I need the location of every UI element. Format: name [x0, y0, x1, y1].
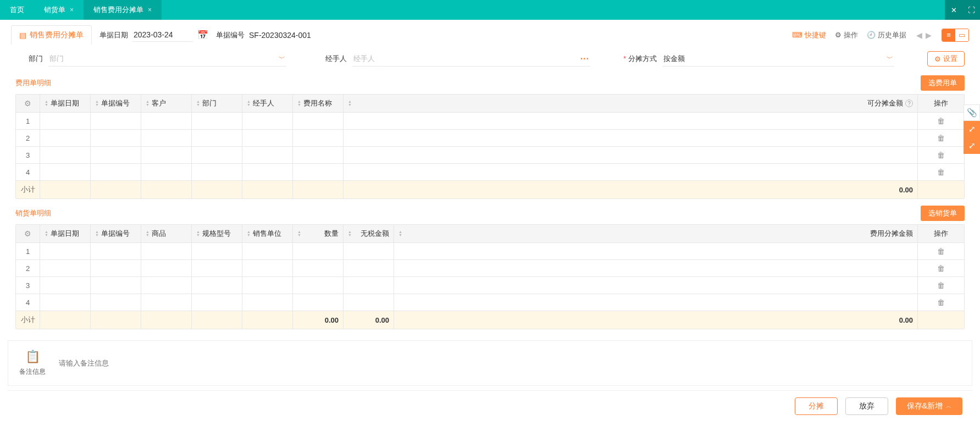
handler-select[interactable]: 经手人 ···	[352, 52, 590, 67]
gear-header[interactable]: ⚙	[16, 225, 40, 242]
tab-expense-allocation[interactable]: 销售费用分摊单 ×	[84, 0, 162, 20]
expand-button-2[interactable]: ⤢	[964, 137, 980, 154]
col-customer[interactable]: ▲▼客户	[141, 95, 192, 112]
gear-icon: ⚙	[835, 31, 841, 39]
table-row[interactable]: 3🗑	[16, 147, 964, 164]
keyboard-icon: ⌨	[792, 31, 802, 39]
notes-icon: 📋	[25, 350, 40, 364]
expand-button[interactable]: ⤢	[964, 121, 980, 137]
fullscreen-button[interactable]: ⛶	[962, 0, 980, 20]
shortcut-link[interactable]: ⌨ 快捷键	[792, 30, 826, 40]
remarks-label: 备注信息	[19, 367, 46, 377]
history-icon: 🕘	[867, 31, 876, 39]
col-amount[interactable]: ▲▼无税金额	[344, 225, 394, 242]
col-date[interactable]: ▲▼单据日期	[40, 95, 91, 112]
col-code[interactable]: ▲▼单据编号	[91, 95, 141, 112]
settings-button[interactable]: ⚙ 设置	[927, 51, 965, 67]
delete-icon[interactable]: 🗑	[937, 151, 945, 159]
select-sales-button[interactable]: 选销货单	[921, 206, 965, 221]
code-value: SF-20230324-001	[249, 31, 311, 40]
delete-icon[interactable]: 🗑	[937, 247, 945, 256]
close-icon[interactable]: ×	[70, 6, 74, 14]
tab-sales-order[interactable]: 销货单 ×	[34, 0, 84, 20]
date-input[interactable]	[132, 28, 193, 42]
sales-section-header: 销货单明细 选销货单	[15, 206, 965, 221]
chevron-down-icon: ﹀	[887, 54, 893, 63]
sales-section-title: 销货单明细	[15, 208, 51, 218]
side-tools: 📎 ⤢ ⤢	[964, 104, 980, 154]
col-fee-name[interactable]: ▲▼费用名称	[293, 95, 344, 112]
help-icon[interactable]: ?	[905, 99, 913, 107]
operate-link[interactable]: ⚙ 操作	[835, 30, 858, 40]
remarks-panel: 📋 备注信息	[8, 340, 972, 386]
col-dept[interactable]: ▲▼部门	[192, 95, 242, 112]
table-row[interactable]: 3🗑	[16, 277, 964, 294]
col-allocation-amount[interactable]: ▲▼费用分摊金额	[394, 225, 918, 242]
filter-row: 部门 部门 ﹀ 经手人 经手人 ··· *分摊方式 按金额 ﹀ ⚙ 设置	[0, 48, 980, 75]
table-header-row: ⚙ ▲▼单据日期 ▲▼单据编号 ▲▼客户 ▲▼部门 ▲▼经手人 ▲▼费用名称 ▲…	[16, 95, 964, 113]
close-window-button[interactable]: ✕	[945, 0, 962, 20]
document-title-tab[interactable]: ▤ 销售费用分摊单	[11, 25, 92, 45]
table-row[interactable]: 2🗑	[16, 130, 964, 147]
table-row[interactable]: 1🗑	[16, 243, 964, 260]
col-product[interactable]: ▲▼商品	[141, 225, 192, 242]
col-qty[interactable]: ▲▼数量	[293, 225, 344, 242]
subtotal-allocation: 0.00	[899, 316, 913, 324]
method-select[interactable]: 按金额 ﹀	[662, 52, 894, 67]
col-code[interactable]: ▲▼单据编号	[91, 225, 141, 242]
gear-icon: ⚙	[24, 99, 31, 108]
header-bar: ▤ 销售费用分摊单 单据日期 📅 单据编号 SF-20230324-001 ⌨ …	[0, 20, 980, 48]
table-row[interactable]: 2🗑	[16, 260, 964, 277]
delete-icon[interactable]: 🗑	[937, 134, 945, 142]
document-icon: ▤	[19, 31, 26, 40]
remarks-label-block: 📋 备注信息	[19, 350, 46, 377]
card-view-button[interactable]: ▭	[955, 29, 968, 41]
dept-label: 部门	[15, 54, 43, 64]
col-operation: 操作	[918, 225, 964, 242]
table-row[interactable]: 4🗑	[16, 294, 964, 311]
delete-icon[interactable]: 🗑	[937, 281, 945, 290]
table-header-row: ⚙ ▲▼单据日期 ▲▼单据编号 ▲▼商品 ▲▼规格型号 ▲▼销售单位 ▲▼数量 …	[16, 225, 964, 243]
next-page-icon[interactable]: ▶	[924, 31, 933, 40]
top-tab-bar: 首页 销货单 × 销售费用分摊单 × ✕ ⛶	[0, 0, 980, 20]
code-label: 单据编号	[216, 30, 245, 40]
tab-home[interactable]: 首页	[0, 0, 34, 20]
col-unit[interactable]: ▲▼销售单位	[242, 225, 293, 242]
prev-page-icon[interactable]: ◀	[915, 31, 923, 40]
col-handler[interactable]: ▲▼经手人	[242, 95, 293, 112]
gear-icon: ⚙	[934, 55, 941, 63]
col-allocatable-amount[interactable]: ▲▼可分摊金额?	[344, 95, 918, 112]
delete-icon[interactable]: 🗑	[937, 117, 945, 125]
delete-icon[interactable]: 🗑	[937, 264, 945, 273]
handler-filter: 经手人 经手人 ···	[319, 52, 590, 67]
close-icon[interactable]: ×	[148, 6, 152, 14]
date-field: 单据日期 📅	[99, 28, 208, 42]
calendar-icon[interactable]: 📅	[197, 30, 208, 40]
expense-section-header: 费用单明细 选费用单	[15, 75, 965, 91]
subtotal-row: 小计 0.00	[16, 181, 964, 198]
allocate-button[interactable]: 分摊	[795, 397, 838, 415]
save-and-new-button[interactable]: 保存&新增 ︿	[896, 397, 962, 415]
delete-icon[interactable]: 🗑	[937, 168, 945, 176]
subtotal-row: 小计 0.00 0.00 0.00	[16, 311, 964, 329]
select-expense-button[interactable]: 选费用单	[921, 75, 965, 91]
list-view-button[interactable]: ≡	[942, 29, 955, 41]
col-date[interactable]: ▲▼单据日期	[40, 225, 91, 242]
remarks-input[interactable]	[59, 350, 961, 377]
col-spec[interactable]: ▲▼规格型号	[192, 225, 242, 242]
more-icon: ···	[580, 54, 589, 64]
dept-filter: 部门 部门 ﹀	[15, 52, 286, 67]
dept-select[interactable]: 部门 ﹀	[48, 52, 286, 67]
tab-label: 销货单	[44, 5, 65, 15]
table-row[interactable]: 1🗑	[16, 113, 964, 130]
delete-icon[interactable]: 🗑	[937, 298, 945, 307]
date-label: 单据日期	[99, 30, 128, 40]
sales-section: 销货单明细 选销货单 ⚙ ▲▼单据日期 ▲▼单据编号 ▲▼商品 ▲▼规格型号 ▲…	[0, 206, 980, 336]
discard-button[interactable]: 放弃	[845, 397, 888, 415]
chevron-down-icon: ﹀	[279, 54, 285, 63]
gear-header[interactable]: ⚙	[16, 95, 40, 112]
table-row[interactable]: 4🗑	[16, 164, 964, 181]
attachment-button[interactable]: 📎	[964, 104, 980, 121]
expense-section: 费用单明细 选费用单 ⚙ ▲▼单据日期 ▲▼单据编号 ▲▼客户 ▲▼部门 ▲▼经…	[0, 75, 980, 206]
history-link[interactable]: 🕘 历史单据	[867, 30, 906, 40]
